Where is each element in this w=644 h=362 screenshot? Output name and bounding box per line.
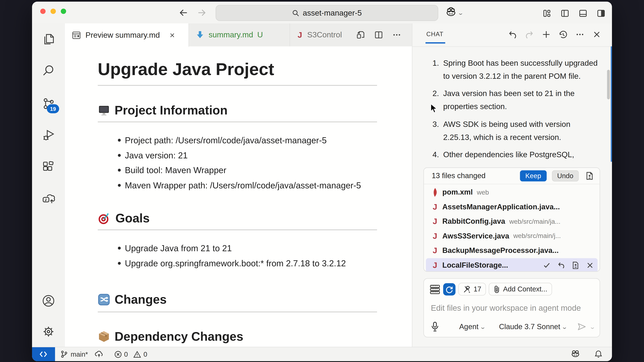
section-heading-goals: Goals <box>98 211 377 226</box>
java-file-icon: J <box>432 231 438 241</box>
tools-icon <box>463 285 471 293</box>
redo-edit-button[interactable] <box>524 29 535 40</box>
sidebar-item-java-deploy[interactable] <box>42 192 55 206</box>
command-center-search[interactable]: asset-manager-5 <box>216 5 438 21</box>
scrollbar[interactable] <box>607 70 610 99</box>
minimize-window-button[interactable] <box>50 8 56 14</box>
changed-file-row-selected[interactable]: J LocalFileStorage... <box>426 258 598 272</box>
new-chat-button[interactable] <box>541 29 552 40</box>
send-button[interactable] <box>576 322 587 332</box>
changed-file-row[interactable]: J AssetsManagerApplication.java... <box>426 200 598 214</box>
chat-input-placeholder[interactable]: Edit files in your workspace in agent mo… <box>431 303 581 313</box>
mode-picker[interactable]: Agent⌄ <box>459 323 485 331</box>
more-actions-button[interactable] <box>574 29 585 40</box>
keep-button[interactable]: Keep <box>520 170 546 181</box>
tab-label: Preview summary.md <box>85 30 160 39</box>
remote-indicator[interactable] <box>32 347 55 361</box>
open-changes-button[interactable] <box>355 29 366 40</box>
changed-file-row[interactable]: pom.xml web <box>426 185 598 200</box>
more-actions-button[interactable] <box>392 29 402 40</box>
undo-button[interactable]: Undo <box>552 170 578 181</box>
account-button[interactable] <box>42 294 55 308</box>
changed-file-row[interactable]: J BackupMessageProcessor.java... <box>426 243 598 258</box>
divider <box>98 230 377 230</box>
warning-count: 0 <box>144 350 148 358</box>
warning-icon <box>133 350 142 358</box>
tab-bar: Preview summary.md × summary.md U J S3Co… <box>65 23 412 47</box>
sidebar-item-source-control[interactable]: 19 <box>42 97 55 111</box>
tab-s3control[interactable]: J S3Control <box>290 23 355 46</box>
undo-edit-button[interactable] <box>507 29 518 40</box>
chat-list-item: 2.Java version has been set to 21 in the… <box>432 87 587 113</box>
open-diff-icon[interactable] <box>572 261 580 270</box>
project-info-list: Project path: /Users/roml/code/java/asse… <box>98 133 377 193</box>
tab-label: summary.md <box>209 30 253 39</box>
status-bar: main* 0 0 <box>32 347 612 361</box>
keep-file-icon[interactable] <box>542 261 551 270</box>
files-changed-panel: 13 files changed Keep Undo pom.xml web J… <box>424 167 600 272</box>
branch-indicator[interactable]: main* <box>60 350 88 358</box>
desktop: asset-manager-5 ⌄ <box>0 0 644 362</box>
copilot-menu[interactable]: ⌄ <box>445 7 463 18</box>
tools-button[interactable]: 17 <box>458 283 486 296</box>
toggle-panel-button[interactable] <box>578 8 588 18</box>
xml-file-icon <box>432 188 438 197</box>
doc-title: Upgrade Java Project <box>98 59 377 80</box>
undo-file-icon[interactable] <box>557 261 566 270</box>
microphone-button[interactable] <box>430 322 440 332</box>
chat-message-list[interactable]: 1.Spring Boot has been successfully upgr… <box>412 46 612 163</box>
sidebar-item-extensions[interactable] <box>42 161 55 174</box>
split-editor-button[interactable] <box>373 29 384 40</box>
chat-panel: CHAT <box>412 23 612 347</box>
problems-indicator[interactable]: 0 0 <box>114 350 147 358</box>
tab-preview-summary[interactable]: Preview summary.md × <box>65 23 189 47</box>
sidebar-item-search[interactable] <box>42 64 55 78</box>
panel-resize-sash[interactable] <box>611 46 612 162</box>
view-all-edits-button[interactable] <box>584 171 595 181</box>
chevron-down-icon: ⌄ <box>562 324 568 330</box>
remove-file-icon[interactable] <box>586 261 594 270</box>
changed-file-row[interactable]: J AwsS3Service.java web/src/main/j... <box>426 229 598 243</box>
toggle-primary-sidebar-button[interactable] <box>560 8 570 18</box>
tab-summary-md[interactable]: summary.md U <box>189 23 290 46</box>
markdown-preview[interactable]: Upgrade Java Project Project Information… <box>65 46 412 347</box>
toggle-secondary-sidebar-button[interactable] <box>596 8 606 18</box>
notifications-bell-button[interactable] <box>593 349 604 360</box>
chat-history-button[interactable] <box>558 29 568 40</box>
add-context-button[interactable]: Add Context... <box>489 283 552 296</box>
chevron-down-icon: ⌄ <box>458 10 464 16</box>
close-window-button[interactable] <box>40 8 46 14</box>
java-file-icon: J <box>296 30 303 39</box>
model-picker[interactable]: Claude 3.7 Sonnet⌄ <box>499 323 567 331</box>
chevron-down-icon: ⌄ <box>480 324 486 330</box>
branch-name: main* <box>70 350 88 358</box>
sidebar-item-run-debug[interactable] <box>42 128 55 142</box>
tab-chat[interactable]: CHAT <box>426 30 444 37</box>
active-tab-indicator <box>426 42 445 43</box>
target-icon <box>98 212 111 225</box>
customize-layout-button[interactable] <box>541 8 552 18</box>
divider <box>98 121 377 122</box>
sidebar-item-explorer[interactable] <box>42 32 55 46</box>
tab-modified-badge: U <box>257 30 263 39</box>
todo-list-button[interactable] <box>430 284 440 295</box>
maximize-window-button[interactable] <box>61 8 66 14</box>
chat-input-panel[interactable]: 17 Add Context... Edit files in your wor… <box>424 278 600 337</box>
auto-approve-toggle[interactable] <box>443 283 455 295</box>
error-count: 0 <box>124 350 128 358</box>
forward-button[interactable] <box>196 7 207 18</box>
mouse-cursor <box>430 103 439 114</box>
java-file-icon: J <box>432 217 438 226</box>
back-button[interactable] <box>178 7 189 18</box>
publish-changes-button[interactable] <box>94 349 104 360</box>
changed-file-row[interactable]: J RabbitConfig.java web/src/main/ja... <box>426 214 598 229</box>
list-item: Project path: /Users/roml/code/java/asse… <box>125 133 377 148</box>
send-options-chevron[interactable]: ⌄ <box>589 324 596 330</box>
close-tab-icon[interactable]: × <box>170 30 175 40</box>
search-value: asset-manager-5 <box>303 8 362 17</box>
copilot-status-button[interactable] <box>570 349 581 360</box>
titlebar: asset-manager-5 ⌄ <box>32 2 612 23</box>
close-panel-button[interactable] <box>592 29 602 40</box>
settings-gear-button[interactable] <box>42 325 55 339</box>
copilot-icon <box>445 7 457 18</box>
